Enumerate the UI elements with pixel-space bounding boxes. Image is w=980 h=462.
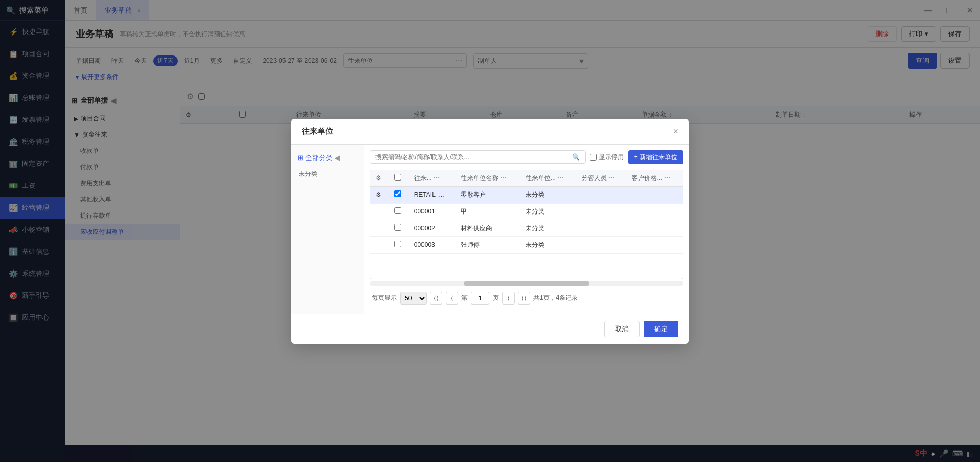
modal-row-name: 张师傅	[455, 236, 520, 253]
modal-col-code: 往来... ⋯	[409, 170, 456, 187]
show-disabled-text: 显示停用	[599, 153, 624, 162]
modal-row-category: 未分类	[520, 236, 577, 253]
modal-row-settings	[370, 220, 389, 236]
modal-row-code: RETAIL_...	[409, 186, 456, 203]
modal-category-panel: ⊞ 全部分类 ◀ 未分类	[291, 145, 364, 314]
modal-row-name: 甲	[455, 203, 520, 220]
modal-table-row[interactable]: ⚙ RETAIL_... 零散客户 未分类	[370, 186, 683, 203]
modal-row-code: 000002	[409, 220, 456, 236]
modal-row-manager	[576, 186, 626, 203]
modal-row-name: 材料供应商	[455, 220, 520, 236]
first-page-button[interactable]: ⟨⟨	[430, 292, 442, 305]
modal-table-row[interactable]: 000002 材料供应商 未分类	[370, 220, 683, 236]
modal-row-category: 未分类	[520, 203, 577, 220]
modal-row-code: 000003	[409, 236, 456, 253]
modal-row-price	[626, 220, 683, 236]
modal-col-checkbox	[389, 170, 409, 187]
modal-col-name: 往来单位名称 ⋯	[455, 170, 520, 187]
modal-row-checkbox[interactable]	[394, 190, 401, 197]
per-page-label: 每页显示	[372, 294, 397, 302]
modal-col-manager: 分管人员 ⋯	[576, 170, 626, 187]
modal-row-code: 000001	[409, 203, 456, 220]
modal-cat-unclassified[interactable]: 未分类	[291, 166, 364, 182]
modal-body: ⊞ 全部分类 ◀ 未分类 🔍 显示停用 + 新增往来单位	[291, 145, 689, 314]
modal-row-category: 未分类	[520, 186, 577, 203]
modal-col-price: 客户价格... ⋯	[626, 170, 683, 187]
show-disabled-checkbox[interactable]	[590, 154, 597, 161]
modal-row-manager	[576, 203, 626, 220]
page-number-input[interactable]	[471, 292, 489, 305]
modal-row-manager	[576, 220, 626, 236]
modal-search-field[interactable]: 🔍	[370, 150, 586, 164]
modal-row-settings	[370, 203, 389, 220]
modal-col-settings: ⚙	[370, 170, 389, 187]
modal-row-price	[626, 236, 683, 253]
modal-search-input[interactable]	[375, 153, 569, 161]
modal-search-row: 🔍 显示停用 + 新增往来单位	[370, 150, 683, 164]
modal-category-header: ⊞ 全部分类 ◀	[291, 150, 364, 166]
modal-table-row[interactable]: 000001 甲 未分类	[370, 203, 683, 220]
modal-row-category: 未分类	[520, 220, 577, 236]
total-records-label: 共1页，4条记录	[533, 294, 578, 302]
modal-footer: 取消 确定	[291, 314, 689, 344]
prev-page-button[interactable]: ⟨	[446, 292, 458, 305]
modal-row-settings: ⚙	[370, 186, 389, 203]
modal-row-manager	[576, 236, 626, 253]
modal-panel-collapse-icon[interactable]: ◀	[335, 154, 340, 162]
modal-row-checkbox[interactable]	[394, 224, 401, 231]
grid-icon-small: ⊞	[298, 154, 303, 162]
modal-right-panel: 🔍 显示停用 + 新增往来单位 ⚙ 往来... ⋯ 往来单位名	[364, 145, 689, 314]
search-icon: 🔍	[572, 153, 580, 161]
modal-row-checkbox[interactable]	[394, 241, 401, 247]
modal-row-settings	[370, 236, 389, 253]
show-disabled-label[interactable]: 显示停用	[590, 153, 624, 162]
modal-title: 往来单位	[302, 127, 333, 137]
modal-scrollbar[interactable]	[370, 281, 683, 286]
page-label: 第	[461, 294, 468, 302]
modal-header-checkbox[interactable]	[394, 174, 401, 181]
modal-row-checkbox[interactable]	[394, 207, 401, 214]
modal-table: ⚙ 往来... ⋯ 往来单位名称 ⋯ 往来单位... ⋯ 分管人员 ⋯ 客户价格…	[370, 170, 683, 254]
page-unit-label: 页	[493, 294, 499, 302]
partner-modal: 往来单位 × ⊞ 全部分类 ◀ 未分类 🔍 显示停用	[291, 119, 689, 344]
modal-pagination: 每页显示 50 20 100 ⟨⟨ ⟨ 第 页 ⟩ ⟩⟩ 共1页，4条记录	[370, 288, 683, 309]
per-page-select[interactable]: 50 20 100	[400, 292, 427, 305]
cancel-button[interactable]: 取消	[604, 321, 640, 337]
modal-header: 往来单位 ×	[291, 119, 689, 145]
modal-all-category-label[interactable]: 全部分类	[305, 153, 333, 163]
modal-row-price	[626, 203, 683, 220]
modal-table-wrapper: ⚙ 往来... ⋯ 往来单位名称 ⋯ 往来单位... ⋯ 分管人员 ⋯ 客户价格…	[370, 170, 683, 279]
next-page-button[interactable]: ⟩	[502, 292, 515, 305]
add-partner-button[interactable]: + 新增往来单位	[628, 150, 683, 164]
confirm-button[interactable]: 确定	[644, 321, 678, 337]
modal-close-button[interactable]: ×	[673, 126, 678, 137]
modal-table-row[interactable]: 000003 张师傅 未分类	[370, 236, 683, 253]
modal-col-category: 往来单位... ⋯	[520, 170, 577, 187]
modal-row-price	[626, 186, 683, 203]
modal-scrollbar-thumb	[464, 281, 589, 286]
modal-row-name: 零散客户	[455, 186, 520, 203]
last-page-button[interactable]: ⟩⟩	[518, 292, 530, 305]
